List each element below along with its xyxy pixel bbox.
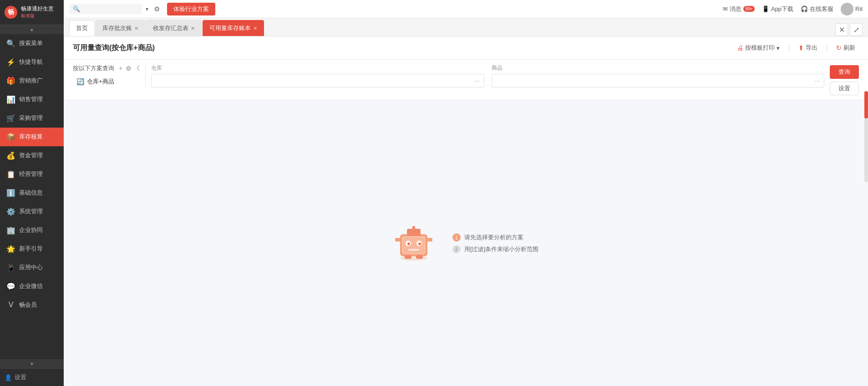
- print-icon: 🖨: [737, 44, 743, 51]
- app-download-btn[interactable]: 📱 App下载: [762, 5, 793, 13]
- collapse-scheme-icon[interactable]: 《: [133, 64, 140, 72]
- tab-close-all-btn[interactable]: ✕: [835, 23, 848, 36]
- tab-expand-btn[interactable]: ⤢: [850, 23, 863, 36]
- sidebar-label-newbie: 新手引导: [19, 245, 43, 253]
- svg-rect-13: [427, 238, 432, 242]
- filter-area: 按以下方案查询 ＋ ⚙ 《 🔄 仓库+商品 仓库 ···: [64, 60, 868, 100]
- export-icon: ⬆: [798, 44, 804, 51]
- product-input[interactable]: [496, 77, 815, 84]
- sidebar-item-inventory[interactable]: 📦 库存核算: [0, 128, 64, 146]
- sidebar-item-finance[interactable]: 💰 资金管理: [0, 146, 64, 165]
- topbar-dropdown-arrow[interactable]: ▾: [146, 6, 148, 12]
- tab-batch-account-close[interactable]: ✕: [134, 26, 138, 31]
- logo-subtitle: 标准版: [21, 13, 54, 19]
- service-icon: 🎧: [801, 5, 808, 12]
- tab-home-label: 首页: [76, 24, 88, 32]
- sidebar-item-wxwork[interactable]: 💬 企业微信: [0, 277, 64, 296]
- sidebar-item-operations[interactable]: 📋 经营管理: [0, 165, 64, 184]
- refresh-label: 刷新: [843, 44, 855, 52]
- online-service-btn[interactable]: 🎧 在线客服: [801, 5, 833, 13]
- app-icon: 📱: [762, 5, 769, 12]
- search-input[interactable]: [82, 6, 127, 12]
- tab-available-qty[interactable]: 可用量库存账本 ✕: [203, 20, 264, 36]
- filter-field-product: 商品 ···: [492, 64, 825, 87]
- settings-btn[interactable]: 设置: [830, 82, 859, 95]
- sidebar-item-system[interactable]: ⚙️ 系统管理: [0, 202, 64, 221]
- export-btn[interactable]: ⬆ 导出: [795, 42, 821, 54]
- print-label: 按模板打印: [745, 44, 775, 52]
- tab-available-qty-close[interactable]: ✕: [253, 26, 257, 31]
- user-avatar: [841, 3, 853, 15]
- svg-rect-12: [395, 238, 401, 242]
- warehouse-more-icon[interactable]: ···: [475, 77, 480, 84]
- sidebar-settings[interactable]: 👤 设置: [0, 368, 64, 386]
- product-more-icon[interactable]: ···: [815, 77, 820, 84]
- print-dropdown-icon: ▾: [777, 45, 780, 51]
- hint-text-2: 用[过滤]条件来缩小分析范围: [464, 245, 538, 253]
- tab-receipt-summary[interactable]: 收发存汇总表 ✕: [146, 20, 202, 36]
- sidebar-item-member[interactable]: V 畅会员: [0, 296, 64, 314]
- sidebar-item-basic[interactable]: ℹ️ 基础信息: [0, 184, 64, 202]
- add-scheme-icon[interactable]: ＋: [117, 64, 124, 72]
- tab-home[interactable]: 首页: [69, 20, 95, 36]
- print-btn[interactable]: 🖨 按模板打印 ▾: [733, 42, 783, 54]
- sidebar-label-wxwork: 企业微信: [19, 282, 43, 290]
- sidebar-label-enterprise: 企业协同: [19, 226, 43, 234]
- page-header-actions: 🖨 按模板打印 ▾ ⬆ 导出 ↻ 刷新: [733, 42, 859, 54]
- sidebar-label-purchase: 采购管理: [19, 114, 43, 122]
- sidebar-item-sales[interactable]: 📊 销售管理: [0, 90, 64, 109]
- sidebar-label-basic: 基础信息: [19, 189, 43, 197]
- sidebar-item-enterprise[interactable]: 🏢 企业协同: [0, 221, 64, 240]
- hint-item-1: 1 请先选择要分析的方案: [452, 233, 538, 242]
- sidebar-label-member: 畅会员: [19, 301, 37, 309]
- tab-available-qty-label: 可用量库存账本: [209, 24, 251, 32]
- hint-item-2: 2 用[过滤]条件来缩小分析范围: [452, 245, 538, 253]
- topbar: 🔍 ▾ ⚙ 体验行业方案 ✉ 消息 99+ 📱 App下载 🎧 在线客服 Rit: [64, 0, 868, 18]
- sidebar-icon-basic: ℹ️: [6, 189, 15, 197]
- sidebar-icon-search: 🔍: [6, 39, 15, 48]
- user-menu[interactable]: Rit: [841, 3, 863, 15]
- sidebar-scroll-up[interactable]: ▲: [0, 25, 64, 34]
- warehouse-input[interactable]: [155, 77, 475, 84]
- sidebar-item-newbie[interactable]: 🌟 新手引导: [0, 240, 64, 258]
- topbar-gear-icon[interactable]: ⚙: [154, 5, 160, 13]
- hint-text-1: 请先选择要分析的方案: [464, 233, 523, 242]
- app-download-label: App下载: [771, 5, 793, 13]
- sidebar-scroll-down[interactable]: ▼: [0, 359, 64, 368]
- online-service-label: 在线客服: [810, 5, 833, 13]
- sidebar-icon-newbie: 🌟: [6, 245, 15, 253]
- right-scrollbar[interactable]: [864, 91, 868, 182]
- divider-2: [827, 44, 827, 51]
- hint-num-1: 1: [452, 233, 461, 242]
- tab-batch-account[interactable]: 库存批次账 ✕: [96, 20, 145, 36]
- topbar-actions: ✉ 消息 99+ 📱 App下载 🎧 在线客服 Rit: [723, 3, 863, 15]
- divider-1: [789, 44, 789, 51]
- sidebar: 畅 畅康通好生意 标准版 ▲ 🔍 搜索菜单 ⚡ 快捷导航 🎁 营销推广 📊 销售…: [0, 0, 64, 386]
- sidebar-icon-quicknav: ⚡: [6, 58, 15, 67]
- sidebar-item-quicknav[interactable]: ⚡ 快捷导航: [0, 53, 64, 72]
- sidebar-item-marketing[interactable]: 🎁 营销推广: [0, 72, 64, 90]
- sidebar-icon-system: ⚙️: [6, 207, 15, 216]
- scheme-item-warehouse-product[interactable]: 🔄 仓库+商品: [73, 75, 140, 88]
- topbar-search-box[interactable]: 🔍: [69, 4, 142, 14]
- filter-warehouse-label: 仓库: [151, 64, 484, 72]
- filter-warehouse-input[interactable]: ···: [151, 74, 484, 87]
- query-btn[interactable]: 查询: [830, 65, 859, 79]
- trial-industry-btn[interactable]: 体验行业方案: [167, 3, 215, 15]
- svg-point-5: [407, 242, 410, 245]
- tab-receipt-summary-close[interactable]: ✕: [191, 26, 195, 31]
- sidebar-nav: 🔍 搜索菜单 ⚡ 快捷导航 🎁 营销推广 📊 销售管理 🛒 采购管理 📦 库存核…: [0, 34, 64, 359]
- filter-product-input[interactable]: ···: [492, 74, 825, 87]
- sidebar-item-purchase[interactable]: 🛒 采购管理: [0, 109, 64, 128]
- sidebar-item-search[interactable]: 🔍 搜索菜单: [0, 34, 64, 53]
- refresh-btn[interactable]: ↻ 刷新: [832, 42, 859, 54]
- svg-rect-11: [416, 255, 423, 259]
- edit-scheme-icon[interactable]: ⚙: [126, 65, 132, 72]
- sidebar-item-appcenter[interactable]: 📱 应用中心: [0, 258, 64, 277]
- right-scrollbar-thumb[interactable]: [864, 91, 868, 118]
- search-icon: 🔍: [73, 5, 80, 12]
- sidebar-label-finance: 资金管理: [19, 151, 43, 160]
- filter-product-label: 商品: [492, 64, 825, 72]
- messages-btn[interactable]: ✉ 消息 99+: [723, 5, 755, 13]
- svg-rect-7: [408, 249, 419, 251]
